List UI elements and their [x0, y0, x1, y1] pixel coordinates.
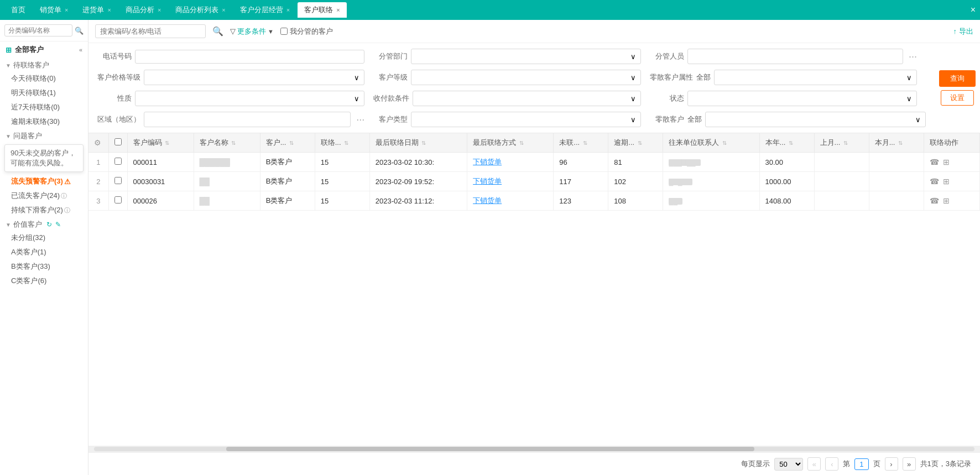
- horizontal-scrollbar[interactable]: [88, 446, 980, 452]
- group-pending-contact[interactable]: ▼ 待联络客户: [0, 58, 88, 71]
- more-action-icon[interactable]: ⊞: [943, 196, 950, 205]
- query-button[interactable]: 查询: [939, 70, 976, 87]
- nav-tab-goods-analysis-list-label: 商品分析列表: [175, 5, 218, 15]
- close-all-button[interactable]: ×: [971, 5, 976, 15]
- export-button[interactable]: ↑ 导出: [953, 27, 974, 36]
- nav-tab-customer-layer[interactable]: 客户分层经营 ×: [233, 2, 296, 18]
- table-row: 3 000026 ██ B类客户 15 2023-02-03 11:12: 下销…: [88, 191, 980, 211]
- row-overdue: 108: [608, 191, 663, 211]
- row-last-way: 下销货单: [467, 191, 554, 211]
- filter-status-select[interactable]: ∨: [687, 91, 917, 106]
- contact-action-icon[interactable]: ☎: [930, 158, 939, 166]
- row-checkbox[interactable]: [114, 196, 122, 203]
- refresh-icon[interactable]: ↻: [46, 221, 52, 228]
- settings-gear-icon[interactable]: ⚙: [94, 138, 101, 147]
- current-page: 1: [854, 458, 868, 470]
- filter-zero-attr-prefix: 全部: [696, 72, 711, 82]
- filter-dept-select[interactable]: ∨: [411, 49, 640, 64]
- nav-tab-purchase[interactable]: 进货单 ×: [76, 2, 117, 18]
- warning-icon: ⚠: [64, 178, 71, 186]
- filter-zero-customer-select[interactable]: ∨: [705, 112, 926, 127]
- edit-icon[interactable]: ✎: [55, 221, 61, 228]
- sort-icon7: ⇅: [583, 140, 587, 146]
- nav-tab-home[interactable]: 首页: [4, 2, 32, 18]
- filter-zero-attr: 零散客户属性 全部 ∨: [650, 70, 926, 85]
- all-customers-header[interactable]: ⊞ 全部客户 «: [0, 41, 88, 58]
- my-customers-checkbox-label[interactable]: 我分管的客户: [280, 27, 333, 36]
- sidebar-item-overdue-contact[interactable]: 逾期未联络(30): [0, 114, 88, 129]
- nav-tab-customer-contact[interactable]: 客户联络 ×: [298, 2, 346, 18]
- sidebar-item-7day-contact[interactable]: 近7天待联络(0): [0, 100, 88, 114]
- filter-price-level-select[interactable]: ∨: [144, 70, 364, 85]
- close-goods-analysis-list-icon[interactable]: ×: [222, 7, 225, 13]
- col-action: 联络动作: [924, 133, 979, 153]
- settings-button[interactable]: 设置: [941, 90, 974, 106]
- group-pending-label: 待联络客户: [13, 60, 49, 70]
- chevron-down-icon2: ∨: [630, 53, 636, 61]
- main-search-button[interactable]: 🔍: [212, 26, 223, 36]
- filter-payment-select[interactable]: ∨: [413, 91, 640, 106]
- sidebar-item-class-b[interactable]: B类客户(33): [0, 259, 88, 274]
- filter-nature-select[interactable]: ∨: [135, 91, 364, 106]
- group-problem-customers[interactable]: ▼ 问题客户: [0, 129, 88, 142]
- close-purchase-icon[interactable]: ×: [107, 7, 111, 13]
- sidebar-item-declining[interactable]: 持续下滑客户(2) ⓘ: [0, 203, 88, 217]
- main-search-input[interactable]: [95, 24, 206, 38]
- group-value-customers[interactable]: ▼ 价值客户 ↻ ✎: [0, 217, 88, 231]
- close-goods-analysis-icon[interactable]: ×: [158, 7, 161, 13]
- close-sales-icon[interactable]: ×: [65, 7, 68, 13]
- filter-nature: 性质 ∨: [97, 91, 373, 106]
- sidebar-item-churned[interactable]: 已流失客户(24) ⓘ: [0, 189, 88, 203]
- my-customers-checkbox[interactable]: [280, 28, 288, 35]
- row-last-date: 2023-02-09 19:52:: [369, 172, 467, 191]
- filter-zero-attr-label: 零散客户属性: [650, 72, 693, 82]
- sidebar-item-ungrouped[interactable]: 未分组(32): [0, 231, 88, 245]
- scrollbar-thumb[interactable]: [226, 447, 754, 451]
- more-action-icon[interactable]: ⊞: [943, 177, 950, 186]
- filter-zero-attr-select[interactable]: ∨: [714, 70, 917, 85]
- close-customer-contact-icon[interactable]: ×: [336, 7, 340, 13]
- filter-region-select[interactable]: [144, 112, 351, 127]
- row-name: ██: [194, 172, 260, 191]
- row-code: 000011: [127, 153, 194, 172]
- filter-person-select[interactable]: [687, 49, 903, 64]
- sidebar-item-churn-warning[interactable]: 流失预警客户(3) ⚠: [0, 174, 88, 189]
- col-last-way: 最后联络方式 ⇅: [467, 133, 554, 153]
- sidebar-item-class-a[interactable]: A类客户(1): [0, 245, 88, 259]
- select-all-checkbox[interactable]: [114, 138, 122, 145]
- nav-tab-goods-analysis[interactable]: 商品分析 ×: [119, 2, 168, 18]
- contact-action-icon[interactable]: ☎: [930, 196, 939, 205]
- filter-customer-type-select[interactable]: ∨: [411, 112, 640, 127]
- per-page-select[interactable]: 50 100 200: [774, 458, 803, 471]
- row-checkbox[interactable]: [114, 158, 122, 165]
- first-page-button[interactable]: «: [807, 457, 821, 471]
- close-customer-layer-icon[interactable]: ×: [286, 7, 290, 13]
- sidebar-item-today-contact[interactable]: 今天待联络(0): [0, 71, 88, 86]
- sidebar-item-class-c[interactable]: C类客户(6): [0, 274, 88, 288]
- chevron-down-icon3: ∨: [354, 74, 359, 82]
- row-type: B类客户: [260, 172, 315, 191]
- sidebar-search-icon[interactable]: 🔍: [75, 27, 84, 35]
- row-contact2: ███ 1██...: [663, 153, 759, 172]
- filter-customer-level-select[interactable]: ∨: [411, 70, 640, 85]
- table-row: 1 000011 ██████ B类客户 15 2023-03-02 10:30…: [88, 153, 980, 172]
- nav-tab-sales[interactable]: 销货单 ×: [33, 2, 75, 18]
- filter-region-dots[interactable]: ···: [356, 114, 364, 126]
- contact-action-icon[interactable]: ☎: [930, 177, 939, 186]
- last-page-button[interactable]: »: [903, 457, 916, 471]
- filter-phone-input[interactable]: [135, 50, 364, 64]
- nav-tab-goods-analysis-list[interactable]: 商品分析列表 ×: [169, 2, 232, 18]
- content-area: 🔍 ▽ 更多条件 ▼ 我分管的客户 ↑ 导出 电话号码: [88, 20, 980, 475]
- nav-tab-home-label: 首页: [11, 5, 25, 15]
- sidebar-item-tomorrow-contact[interactable]: 明天待联络(1): [0, 86, 88, 100]
- more-action-icon[interactable]: ⊞: [943, 158, 950, 166]
- filter-person-dots[interactable]: ···: [909, 51, 917, 62]
- total-info: 共1页，3条记录: [920, 459, 971, 469]
- next-page-button[interactable]: ›: [885, 457, 898, 471]
- col-overdue: 逾期... ⇅: [608, 133, 663, 153]
- more-conditions-button[interactable]: ▽ 更多条件 ▼: [230, 27, 274, 36]
- chevron-down-icon10: ∨: [915, 116, 921, 124]
- prev-page-button[interactable]: ‹: [825, 457, 838, 471]
- sidebar-search-input[interactable]: [4, 24, 72, 36]
- row-checkbox[interactable]: [114, 177, 122, 184]
